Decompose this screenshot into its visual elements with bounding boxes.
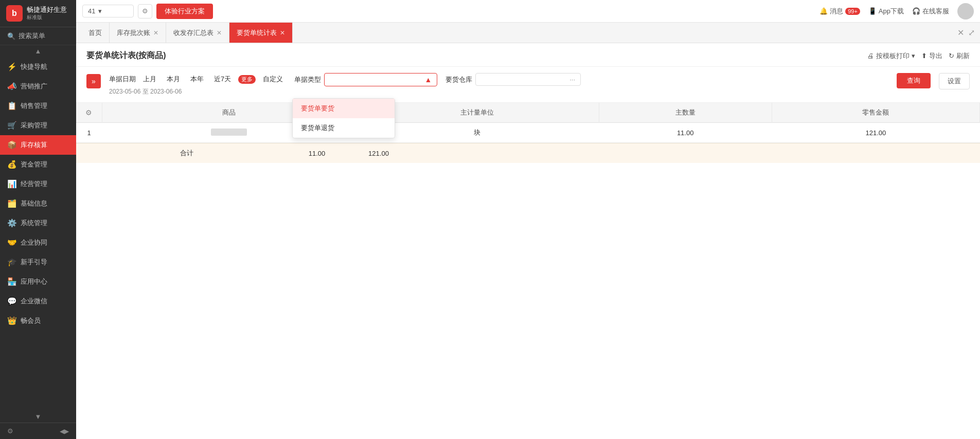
sidebar-footer: ⚙ ◀▶ [0,423,76,439]
date-option-current[interactable]: 本月 [164,73,183,85]
date-more-badge[interactable]: 更多 [238,75,256,84]
date-option-custom[interactable]: 自定义 [260,73,286,85]
page-title: 要货单统计表(按商品) [86,50,166,61]
sidebar-scroll-up[interactable]: ▲ [0,45,76,57]
tab-close-icon[interactable]: ✕ [153,29,158,36]
type-filter-input-container[interactable]: ▲ [324,73,437,86]
sidebar-item-sales[interactable]: 📋 销售管理 [0,96,76,116]
sidebar-item-label: 应用中心 [21,277,47,286]
print-icon: 🖨 [867,52,874,60]
dropdown-item-label: 要货单要货 [301,104,334,112]
tab-requisition[interactable]: 要货单统计表 ✕ [229,23,293,43]
search-icon: 🔍 [7,32,15,40]
more-options-icon[interactable]: ··· [569,76,575,83]
notification-item[interactable]: 🔔 消息 99+ [819,7,860,16]
sidebar-item-label: 基础信息 [21,199,47,208]
tabs-bar: 首页 库存批次账 ✕ 收发存汇总表 ✕ 要货单统计表 ✕ ✕ ⤢ [76,23,980,43]
sidebar-item-marketing[interactable]: 📣 营销推广 [0,77,76,96]
topbar-gear-button[interactable]: ⚙ [138,4,152,19]
user-avatar[interactable] [957,3,974,20]
dropdown-item-order[interactable]: 要货单要货 [293,99,395,118]
sidebar-item-label: 经营管理 [21,179,47,189]
tabs-right-buttons: ✕ ⤢ [957,28,975,38]
sidebar: b 畅捷通好生意 标准版 🔍 搜索菜单 ▲ ⚡ 快捷导航 📣 营销推广 📋 销售… [0,0,76,439]
sidebar-search[interactable]: 🔍 搜索菜单 [0,27,76,45]
tab-close-icon[interactable]: ✕ [280,29,285,36]
sidebar-settings-icon[interactable]: ⚙ [7,427,13,435]
shortcut-icon: ⚡ [7,62,16,71]
tab-batch[interactable]: 库存批次账 ✕ [110,23,166,43]
topbar-right: 🔔 消息 99+ 📱 App下载 🎧 在线客服 [819,3,974,20]
sidebar-item-label: 库存核算 [21,140,47,150]
logo-title: 畅捷通好生意 [27,6,67,14]
table-settings-icon[interactable]: ⚙ [85,108,92,117]
logo-icon: b [6,5,23,22]
table-header-row: ⚙ 商品 主计量单位 主数量 零售金额 [76,103,980,123]
print-action[interactable]: 🖨 按模板打印 ▾ [867,51,915,61]
marketing-icon: 📣 [7,82,16,91]
tab-close-icon[interactable]: ✕ [217,29,222,36]
sidebar-collapse-icon[interactable]: ◀▶ [60,428,69,435]
setting-button[interactable]: 设置 [939,73,970,89]
sidebar-item-wechat[interactable]: 💬 企业微信 [0,291,76,311]
chevron-down-icon: ▾ [98,7,102,15]
filter-expand-button[interactable]: » [86,74,101,88]
refresh-action[interactable]: ↻ 刷新 [949,51,970,61]
sidebar-logo: b 畅捷通好生意 标准版 [0,0,76,27]
trial-btn[interactable]: 体验行业方案 [156,4,213,19]
type-filter-input[interactable] [330,76,424,84]
page-actions: 🖨 按模板打印 ▾ ⬆ 导出 ↻ 刷新 [867,51,970,61]
sidebar-item-label: 快捷导航 [21,62,47,71]
tab-home[interactable]: 首页 [81,23,110,43]
type-dropdown-menu: 要货单要货 要货单退货 [292,98,395,138]
sidebar-nav: ⚡ 快捷导航 📣 营销推广 📋 销售管理 🛒 采购管理 📦 库存核算 💰 资金管… [0,57,76,411]
sidebar-item-inventory[interactable]: 📦 库存核算 [0,135,76,155]
topbar-selector[interactable]: 41 ▾ [82,5,134,17]
online-service-item[interactable]: 🎧 在线客服 [912,7,949,16]
sidebar-item-guide[interactable]: 🎓 新手引导 [0,252,76,272]
sidebar-item-label: 资金管理 [21,160,47,169]
sidebar-item-member[interactable]: 👑 畅会员 [0,311,76,331]
expand-icon: » [92,77,96,85]
cell-index: 1 [76,123,102,143]
export-action[interactable]: ⬆ 导出 [921,51,942,61]
tab-maximize-icon[interactable]: ⤢ [968,28,975,38]
warehouse-filter-group: 要货仓库 ··· [446,73,581,86]
export-label: 导出 [929,51,942,61]
cell-qty: 11.00 [599,123,772,143]
warehouse-filter-input-container[interactable]: ··· [475,73,581,86]
system-icon: ⚙️ [7,218,16,228]
footer-amount: 121.00 [348,150,409,157]
print-label: 按模板打印 [876,51,910,61]
sidebar-item-operations[interactable]: 📊 经营管理 [0,174,76,194]
sidebar-item-system[interactable]: ⚙️ 系统管理 [0,213,76,233]
sidebar-item-finance[interactable]: 💰 资金管理 [0,155,76,174]
warehouse-filter-input[interactable] [481,76,567,83]
tab-close-all-icon[interactable]: ✕ [957,28,964,38]
col-settings: ⚙ [76,103,102,123]
sidebar-item-label: 销售管理 [21,101,47,111]
tab-label: 库存批次账 [117,28,150,38]
date-option-up[interactable]: 上月 [140,73,159,85]
app-download-item[interactable]: 📱 App下载 [868,7,904,16]
table-container: ⚙ 商品 主计量单位 主数量 零售金额 [76,103,980,143]
dropdown-item-return[interactable]: 要货单退货 [293,118,395,138]
bell-icon: 🔔 [819,7,828,15]
chevron-down-icon: ▾ [912,52,915,60]
sidebar-item-shortcut[interactable]: ⚡ 快捷导航 [0,57,76,77]
logo-sub: 标准版 [27,14,67,21]
sidebar-item-appstore[interactable]: 🏪 应用中心 [0,272,76,291]
tab-receive[interactable]: 收发存汇总表 ✕ [166,23,229,43]
sidebar-scroll-down[interactable]: ▼ [0,411,76,423]
query-button[interactable]: 查询 [897,73,931,88]
sidebar-item-purchase[interactable]: 🛒 采购管理 [0,116,76,135]
sidebar-item-enterprise[interactable]: 🤝 企业协同 [0,233,76,252]
chevron-up-icon[interactable]: ▲ [424,76,432,84]
topbar: 41 ▾ ⚙ 体验行业方案 🔔 消息 99+ 📱 App下载 🎧 在线客服 [76,0,980,23]
sidebar-item-basic[interactable]: 🗂️ 基础信息 [0,194,76,213]
date-option-7days[interactable]: 近7天 [211,73,234,85]
operations-icon: 📊 [7,179,16,189]
guide-icon: 🎓 [7,258,16,267]
date-option-year[interactable]: 本年 [187,73,207,85]
topbar-left: 41 ▾ ⚙ 体验行业方案 [82,4,815,19]
